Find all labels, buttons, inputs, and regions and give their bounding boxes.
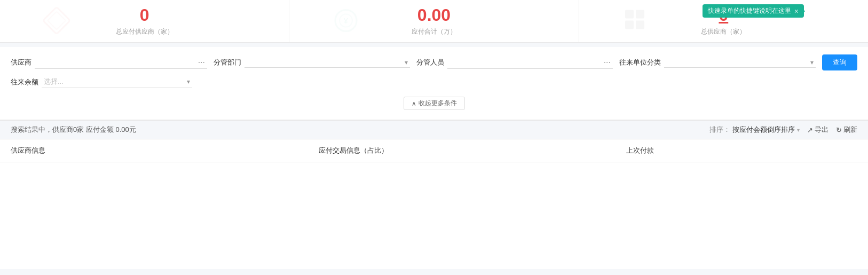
- filter-row-2: 往来余额 选择... ▾: [11, 76, 192, 88]
- col-supplier-header: 供应商信息: [11, 146, 319, 155]
- filter-area: 供应商 ··· 分管部门 ▾ 分管人员 ··· 往来单位分类: [0, 47, 868, 120]
- tooltip-balloon: 快速录单的快捷键说明在这里 ×: [703, 4, 804, 18]
- balance-select-wrap: 选择... ▾: [42, 76, 192, 88]
- person-input[interactable]: [449, 58, 604, 66]
- col-lastpay-header: 上次付款: [626, 146, 857, 155]
- supplier-input-wrap: ···: [35, 57, 207, 69]
- filter-person: 分管人员 ···: [416, 57, 613, 69]
- supplier-label: 供应商: [11, 58, 31, 67]
- svg-rect-8: [636, 20, 644, 29]
- collapse-chevron-icon: ∧: [412, 100, 416, 107]
- person-label: 分管人员: [416, 58, 444, 67]
- svg-rect-7: [625, 20, 634, 29]
- tooltip-text: 快速录单的快捷键说明在这里: [708, 6, 791, 15]
- stat-payable-suppliers: 0 总应付供应商（家）: [0, 0, 289, 42]
- collapse-bar: ∧ 收起更多条件: [11, 93, 857, 114]
- svg-text:¥: ¥: [343, 16, 348, 25]
- payable-suppliers-number: 0: [140, 6, 149, 25]
- filter-dept: 分管部门 ▾: [214, 58, 410, 68]
- col-payable-header: 应付交易信息（占比）: [319, 146, 627, 155]
- export-icon: ↗: [807, 126, 813, 134]
- supplier-dots-btn[interactable]: ···: [198, 58, 205, 67]
- coin-icon: ¥: [332, 6, 360, 36]
- balance-label: 往来余额: [11, 77, 38, 87]
- balance-placeholder: 选择...: [44, 77, 187, 87]
- table-header: 供应商信息 应付交易信息（占比） 上次付款: [0, 139, 868, 162]
- filter-balance: 往来余额 选择... ▾: [11, 76, 192, 88]
- tooltip-close-btn[interactable]: ×: [794, 7, 799, 15]
- payable-total-number: 0.00: [417, 6, 451, 25]
- unit-chevron-icon: ▾: [810, 59, 814, 66]
- dept-label: 分管部门: [214, 58, 241, 67]
- refresh-label: 刷新: [843, 125, 857, 135]
- result-summary: 搜索结果中，供应商0家 应付金额 0.00元: [11, 125, 136, 135]
- table-body: [0, 162, 868, 269]
- collapse-btn[interactable]: ∧ 收起更多条件: [404, 97, 465, 110]
- filter-unit: 往来单位分类 ▾: [619, 58, 816, 68]
- refresh-icon: ↻: [836, 126, 842, 134]
- export-label: 导出: [815, 125, 828, 135]
- total-suppliers-label: 总供应商（家）: [701, 27, 746, 36]
- payable-suppliers-label: 总应付供应商（家）: [116, 27, 173, 36]
- filter-supplier: 供应商 ···: [11, 57, 207, 69]
- dept-select-wrap: ▾: [244, 58, 410, 68]
- export-btn[interactable]: ↗ 导出: [807, 125, 828, 135]
- filter-row-1: 供应商 ··· 分管部门 ▾ 分管人员 ··· 往来单位分类: [11, 54, 857, 70]
- result-actions: 排序： 按应付会额倒序排序 ▾ ↗ 导出 ↻ 刷新: [709, 125, 857, 135]
- unit-label: 往来单位分类: [619, 58, 661, 67]
- stat-payable-total: ¥ 0.00 应付合计（万）: [289, 0, 579, 42]
- collapse-label: 收起更多条件: [419, 99, 457, 108]
- payable-total-label: 应付合计（万）: [412, 27, 456, 36]
- stats-bar: 0 总应付供应商（家） ¥ 0.00 应付合计（万） 快速录单的快捷键说明在这里…: [0, 0, 868, 43]
- unit-select-wrap: ▾: [664, 58, 816, 68]
- stat-total-suppliers: 快速录单的快捷键说明在这里 × 0 总供应商（家）: [579, 0, 868, 42]
- diamond-icon: [43, 6, 70, 36]
- supplier-input[interactable]: [37, 58, 198, 66]
- person-input-wrap: ···: [447, 57, 613, 69]
- svg-rect-5: [625, 10, 634, 18]
- sort-chevron-icon: ▾: [797, 127, 800, 133]
- result-bar: 搜索结果中，供应商0家 应付金额 0.00元 排序： 按应付会额倒序排序 ▾ ↗…: [0, 120, 868, 139]
- balance-chevron-icon: ▾: [187, 78, 190, 85]
- svg-rect-0: [43, 7, 70, 34]
- sort-value[interactable]: 按应付会额倒序排序: [732, 125, 795, 135]
- svg-rect-6: [636, 10, 644, 18]
- sort-label: 排序：: [709, 125, 730, 135]
- query-button[interactable]: 查询: [822, 54, 857, 70]
- grid-icon: [622, 6, 650, 36]
- refresh-btn[interactable]: ↻ 刷新: [836, 125, 857, 135]
- person-dots-btn[interactable]: ···: [604, 58, 611, 67]
- sort-selector: 排序： 按应付会额倒序排序 ▾: [709, 125, 800, 135]
- dept-chevron-icon: ▾: [405, 59, 408, 66]
